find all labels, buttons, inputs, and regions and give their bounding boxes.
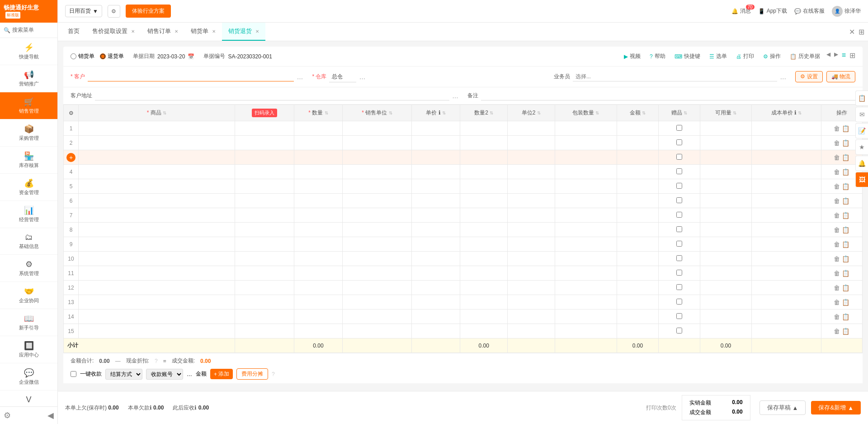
qty-cell[interactable] [294,310,342,324]
gift-cell[interactable] [658,295,700,310]
gift-cell[interactable] [658,150,700,165]
qty2-cell[interactable] [460,252,508,266]
account-select[interactable]: 收款账号 [146,369,183,380]
gift-cell[interactable] [658,324,700,338]
right-panel-btn-2[interactable]: ✉ [855,107,868,122]
sidebar-item-sales[interactable]: 🛒 销售管理 [0,92,57,119]
right-panel-btn-4[interactable]: ★ [855,139,868,155]
qty-cell[interactable] [294,252,342,266]
product-cell[interactable] [79,310,235,324]
tab-home[interactable]: 首页 [61,23,86,41]
one-click-checkbox[interactable] [71,371,76,377]
tab-price-close[interactable]: ✕ [131,29,135,34]
pack-qty-cell[interactable] [555,136,617,150]
unit-cell[interactable] [343,223,412,237]
qty-cell[interactable] [294,223,342,237]
copy-icon[interactable]: 📋 [842,183,849,190]
gift-cell[interactable] [658,179,700,194]
price-cell[interactable] [411,223,460,237]
copy-icon[interactable]: 📋 [842,197,849,205]
right-panel-btn-3[interactable]: 📝 [855,123,868,138]
settings-bottom-icon[interactable]: ⚙ [4,410,11,420]
qty-cell[interactable] [294,237,342,252]
product-cell[interactable] [79,208,235,223]
qty2-cell[interactable] [460,165,508,179]
sidebar-item-marketing[interactable]: 📢 营销推广 [0,65,57,92]
unit2-cell[interactable] [507,121,555,136]
price-cell[interactable] [411,136,460,150]
qty2-cell[interactable] [460,310,508,324]
qty-cell[interactable] [294,324,342,338]
tab-price-settings[interactable]: 售价提取设置 ✕ [86,23,141,41]
unit-cell[interactable] [343,179,412,194]
qty2-cell[interactable] [460,237,508,252]
price-cell[interactable] [411,237,460,252]
price-cell[interactable] [411,150,460,165]
unit-cell[interactable] [343,252,412,266]
unit-cell[interactable] [343,194,412,208]
price-cell[interactable] [411,281,460,295]
unit-cell[interactable] [343,281,412,295]
product-cell[interactable] [79,281,235,295]
copy-icon[interactable]: 📋 [842,270,849,277]
copy-icon[interactable]: 📋 [842,284,849,291]
qty2-cell[interactable] [460,223,508,237]
collapse-icon[interactable]: ◀ [47,410,54,420]
help-btn[interactable]: ?帮助 [647,51,668,62]
gift-cell[interactable] [658,266,700,281]
delete-icon[interactable]: 🗑 [834,139,840,147]
user-menu[interactable]: 👤 徐泽华 [832,6,861,17]
qty2-cell[interactable] [460,208,508,223]
qty2-cell[interactable] [460,136,508,150]
product-cell[interactable] [79,324,235,338]
price-cell[interactable] [411,121,460,136]
gift-checkbox[interactable] [676,154,682,160]
pack-qty-cell[interactable] [555,194,617,208]
pack-qty-cell[interactable] [555,295,617,310]
gift-cell[interactable] [658,165,700,179]
copy-icon[interactable]: 📋 [842,168,849,176]
qty2-cell[interactable] [460,194,508,208]
tab-close-all-icon[interactable]: ✕ [849,28,855,36]
gift-checkbox[interactable] [676,313,682,319]
qty-cell[interactable] [294,165,342,179]
sidebar-item-operations[interactable]: 📊 经营管理 [0,201,57,228]
product-cell[interactable] [79,252,235,266]
scan-btn[interactable]: 扫码录入 [252,109,277,117]
search-menu-btn[interactable]: 🔍 搜索菜单 [0,23,57,38]
pack-qty-cell[interactable] [555,179,617,194]
pack-qty-cell[interactable] [555,223,617,237]
experience-btn[interactable]: 体验行业方案 [126,5,171,18]
unit-cell[interactable] [343,150,412,165]
grid-view-icon[interactable]: ⊞ [849,51,855,62]
delete-icon[interactable]: 🗑 [834,197,840,205]
unit-cell[interactable] [343,295,412,310]
settings-btn[interactable]: ⚙ 设置 [795,71,822,82]
gift-checkbox[interactable] [676,125,682,131]
qty-cell[interactable] [294,179,342,194]
unit2-cell[interactable] [507,252,555,266]
sidebar-item-purchase[interactable]: 📦 采购管理 [0,119,57,147]
fee-split-btn[interactable]: 费用分摊 [236,368,268,380]
col-scan[interactable]: 扫码录入 [235,105,294,121]
copy-icon[interactable]: 📋 [842,255,849,262]
history-btn[interactable]: 📋历史单据 [787,51,823,62]
gift-cell[interactable] [658,194,700,208]
sidebar-item-enterprise[interactable]: 🤝 企业协同 [0,282,57,309]
pack-qty-cell[interactable] [555,281,617,295]
tab-sales[interactable]: 销货单 ✕ [184,23,222,41]
unit2-cell[interactable] [507,223,555,237]
sidebar-item-member[interactable]: V 畅会员 [0,391,57,406]
sidebar-item-inventory[interactable]: 🏪 库存核算 [0,147,57,174]
unit2-cell[interactable] [507,194,555,208]
gift-checkbox[interactable] [676,299,682,305]
copy-icon[interactable]: 📋 [842,313,849,320]
delete-icon[interactable]: 🗑 [834,328,840,335]
price-cell[interactable] [411,194,460,208]
delete-icon[interactable]: 🗑 [834,212,840,219]
pack-qty-cell[interactable] [555,165,617,179]
copy-icon[interactable]: 📋 [842,299,849,306]
address-dots[interactable]: … [452,92,458,100]
copy-icon[interactable]: 📋 [842,212,849,219]
prev-icon[interactable]: ◀ [826,51,830,62]
